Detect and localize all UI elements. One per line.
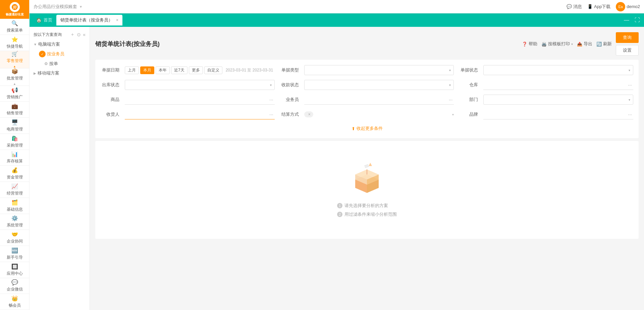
tree-item-single[interactable]: ⚙ 按单 (30, 59, 90, 68)
page-header: 销货单统计表(按业务员) ❓ 帮助 🖨️ 按模板打印 ▾ 📤 导出 (95, 32, 639, 56)
apps-icon: 🔲 (11, 263, 18, 270)
wechat-icon: 💬 (11, 279, 18, 286)
date-custom-btn[interactable]: 自定义 (204, 66, 222, 74)
sidebar-item-retail[interactable]: 🛒 零售管理 ▲ (0, 51, 30, 68)
tree-pc-label: 电脑端方案 (38, 41, 60, 47)
sidebar-item-operation[interactable]: 📈 经营管理 (0, 182, 30, 198)
collapse-btn[interactable]: ⬆ 收起更多条件 (347, 124, 387, 133)
sidebar-item-marketing[interactable]: 📢 营销推广 (0, 86, 30, 102)
sidebar-item-apps[interactable]: 🔲 应用中心 (0, 262, 30, 278)
sidebar-item-quick-nav[interactable]: ⭐ 快捷导航 (0, 35, 30, 51)
home-icon: 🏠 (36, 18, 42, 23)
sidebar-item-inventory[interactable]: 📊 库存核算 (0, 150, 30, 166)
sales-icon: 💼 (11, 103, 18, 109)
filter-row-2: 出库状态 ▾ 收款状态 ▾ (101, 80, 633, 90)
brand-dots[interactable]: ··· (628, 112, 632, 117)
collapse-arrow-icon: ⬆ (352, 126, 355, 131)
consignee-dots[interactable]: ··· (269, 112, 273, 117)
tree-item-salesperson[interactable]: ✓ 按业务员 (30, 49, 90, 59)
maximize-btn[interactable]: ⛶ (633, 16, 641, 24)
doc-type-select[interactable]: ▾ (304, 65, 454, 75)
sidebar-item-purchase[interactable]: 🛍️ 采购管理 (0, 134, 30, 150)
topbar-right: 💬 消息 📱 App下载 Ea demo2 (567, 2, 640, 11)
tree-pc-section[interactable]: ▼ 电脑端方案 (30, 40, 90, 49)
salesperson-label: 业务员 (280, 97, 299, 103)
date-label: 单据日期 (101, 67, 119, 73)
tab-home[interactable]: 🏠 首页 (32, 15, 56, 25)
payment-status-select[interactable]: ▾ (304, 80, 454, 90)
minimize-btn[interactable]: — (623, 16, 631, 24)
warehouse-dots[interactable]: ··· (628, 82, 632, 88)
print-btn[interactable]: 🖨️ 按模板打印 ▾ (541, 41, 573, 47)
doc-status-arrow: ▾ (629, 68, 630, 72)
payment-status-col: ▾ (304, 80, 454, 90)
user-avatar: Ea (616, 2, 625, 11)
sidebar-item-member[interactable]: 👑 畅会员 (0, 294, 30, 310)
date-prev-btn[interactable]: 上月 (125, 66, 139, 74)
left-panel-icons: ＋ ⊙ « (70, 32, 86, 38)
left-panel: 按以下方案查询 ＋ ⊙ « ▼ 电脑端方案 ✓ 按业务员 ⚙ 按单 ▶ (30, 27, 90, 310)
sidebar-item-apps-label: 应用中心 (7, 271, 23, 276)
settings-button[interactable]: 设置 (616, 45, 639, 56)
warehouse-input[interactable]: ··· (483, 80, 633, 90)
tab-close-btn[interactable]: × (116, 18, 118, 22)
edit-scheme-btn[interactable]: ⊙ (77, 32, 81, 37)
filter-row-4: 收货人 ··· 结算方式 × (101, 109, 633, 119)
add-scheme-btn[interactable]: ＋ (70, 32, 75, 38)
user-menu[interactable]: Ea demo2 (616, 2, 640, 11)
download-icon: 📱 (587, 4, 593, 9)
query-button[interactable]: 查询 (616, 32, 639, 43)
topbar: 办公用品行业模拟账套 ▾ 💬 消息 📱 App下载 Ea demo2 (30, 0, 644, 13)
date-week-btn[interactable]: 近7天 (171, 66, 187, 74)
tab-sales-report[interactable]: 销货单统计表（按业务员） × (56, 15, 122, 25)
sidebar-item-sales[interactable]: 💼 销售管理 (0, 102, 30, 118)
date-year-btn[interactable]: 本年 (156, 66, 170, 74)
tree-mobile-section[interactable]: ▶ 移动端方案 (30, 68, 90, 78)
topbar-dropdown-arrow[interactable]: ▾ (80, 4, 82, 9)
date-more-btn[interactable]: 更多 (189, 66, 203, 74)
sidebar-item-finance[interactable]: 💰 资金管理 (0, 166, 30, 182)
settlement-tag-close[interactable]: × (308, 112, 311, 117)
message-btn[interactable]: 💬 消息 (567, 4, 582, 10)
sidebar-item-newuser[interactable]: 🆕 新手引导 (0, 246, 30, 262)
collapse-panel-btn[interactable]: « (83, 32, 86, 37)
refresh-label: 刷新 (603, 41, 612, 47)
goods-input[interactable]: ··· (125, 95, 275, 105)
goods-col: ··· (125, 95, 275, 105)
sidebar-item-basic[interactable]: 🗂️ 基础信息 (0, 198, 30, 214)
message-label: 消息 (573, 4, 582, 10)
stock-status-select[interactable]: ▾ (125, 80, 275, 90)
sidebar-item-search[interactable]: 🔍 搜索菜单 (0, 19, 30, 35)
sidebar-item-quick-nav-label: 快捷导航 (7, 44, 23, 49)
sidebar-item-system[interactable]: ⚙️ 系统管理 (0, 214, 30, 230)
goods-dots[interactable]: ··· (269, 97, 273, 102)
sidebar-item-enterprise[interactable]: 🤝 企业协同 (0, 230, 30, 246)
sidebar-item-ecom[interactable]: 🖥️ 电商管理 (0, 118, 30, 134)
warehouse-label: 仓库 (459, 82, 478, 88)
left-panel-header: 按以下方案查询 ＋ ⊙ « (30, 30, 90, 40)
dept-select[interactable]: ▾ (483, 95, 633, 105)
date-curr-btn[interactable]: 本月 (140, 66, 154, 74)
app-name-topbar: 办公用品行业模拟账套 (34, 4, 77, 10)
brand-input[interactable]: ··· (483, 109, 633, 119)
stock-status-label: 出库状态 (101, 82, 119, 88)
payment-status-arrow: ▾ (449, 83, 451, 87)
sidebar-item-wholesale[interactable]: 📦 批发管理 ▲ (0, 68, 30, 86)
sidebar-item-wechat[interactable]: 💬 企业微信 (0, 278, 30, 294)
logo-icon: 好 (10, 2, 20, 12)
app-download-btn[interactable]: 📱 App下载 (587, 4, 610, 10)
help-btn[interactable]: ❓ 帮助 (522, 41, 537, 47)
marketing-icon: 📢 (11, 87, 18, 93)
salesperson-dots[interactable]: ··· (449, 97, 453, 102)
export-btn[interactable]: 📤 导出 (577, 41, 592, 47)
newuser-icon: 🆕 (11, 247, 18, 254)
tabbar: 🏠 首页 销货单统计表（按业务员） × — ⛶ (30, 13, 644, 27)
filter-section: 单据日期 上月 本月 本年 近7天 更多 自定义 2023-03-01 至 20… (95, 60, 639, 138)
sidebar-item-ecom-label: 电商管理 (7, 126, 23, 132)
salesperson-input[interactable]: ··· (304, 95, 454, 105)
print-icon: 🖨️ (541, 42, 547, 47)
settlement-input-area: × ▾ (304, 109, 454, 119)
doc-status-select[interactable]: ▾ (483, 65, 633, 75)
refresh-btn[interactable]: 🔄 刷新 (596, 41, 612, 47)
consignee-input[interactable]: ··· (125, 109, 275, 119)
